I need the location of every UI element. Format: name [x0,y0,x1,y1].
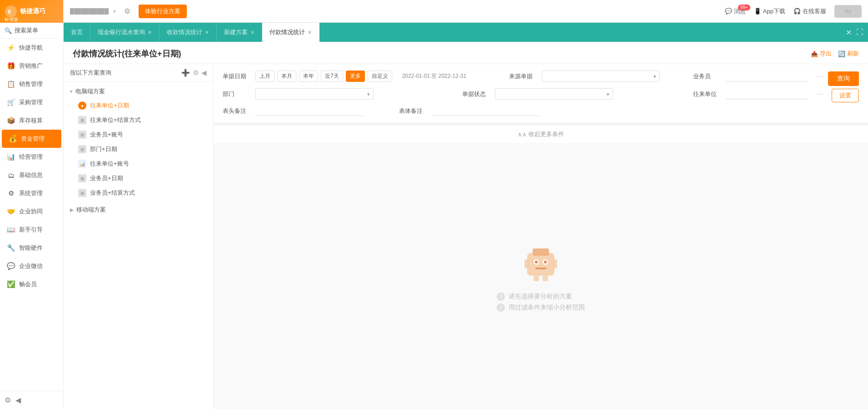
tab-new-plan-close[interactable]: ✕ [250,30,254,35]
sidebar-item-wechat[interactable]: 💬 企业微信 [0,257,63,275]
messages-badge: 99+ [738,5,750,10]
svg-rect-8 [535,268,546,269]
svg-rect-11 [534,276,539,281]
tab-home[interactable]: 首页 [64,23,90,42]
date-btn-last-month[interactable]: 上月 [255,71,274,82]
mobile-group-arrow: ▶ [70,207,74,213]
dept-filter-label: 部门 [223,90,248,98]
tab-expand-icon[interactable]: ⛶ [856,28,863,36]
partner-more-icon[interactable]: ··· [817,89,823,99]
sidebar-item-purchase[interactable]: 🛒 采购管理 [0,93,63,111]
add-plan-icon[interactable]: ➕ [181,69,190,77]
table-body-note-label: 表体备注 [399,107,424,115]
export-label: 导出 [820,50,832,58]
svg-point-6 [535,261,538,263]
app-download-btn[interactable]: 📱 App下载 [754,7,785,15]
sidebar-item-basic[interactable]: 🗂 基础信息 [0,166,63,184]
plan-item-partner-settlement[interactable]: ⊞ 往来单位+结算方式 [64,113,213,127]
logo-icon: 6 [5,5,17,18]
sidebar-item-finance-label: 资金管理 [21,135,45,143]
sidebar-item-operations-label: 经营管理 [19,153,43,161]
svg-rect-9 [524,259,529,268]
sidebar-item-enterprise-label: 企业协同 [19,207,43,216]
refresh-btn[interactable]: 🔄 刷新 [838,50,859,58]
date-btn-7days[interactable]: 近7天 [321,71,343,82]
sidebar-item-sales[interactable]: 📋 销售管理 [0,75,63,93]
page-header-actions: 📤 导出 🔄 刷新 [811,50,859,58]
tab-payment[interactable]: 付款情况统计 ✕ [262,23,319,42]
export-btn[interactable]: 📤 导出 [811,50,832,58]
date-btn-this-month[interactable]: 本月 [277,71,296,82]
plan-staff-account-label: 业务员+账号 [90,131,123,139]
left-panel-title: 按以下方案查询 [70,69,178,77]
settings-gear-icon[interactable]: ⚙ [120,5,134,18]
sidebar-item-operations[interactable]: 📊 经营管理 [0,148,63,166]
plan-table-icon-3: ⊞ [78,145,86,153]
plan-item-staff-date[interactable]: ⊞ 业务员+日期 [64,171,213,186]
sidebar-item-hardware-label: 智能硬件 [19,244,43,252]
tab-receivable-close[interactable]: ✕ [205,30,209,35]
sidebar-item-guide[interactable]: 📖 新手引导 [0,221,63,239]
mobile-group-title[interactable]: ▶ 移动端方案 [64,203,213,217]
sidebar-item-marketing[interactable]: 🎁 营销推广 [0,57,63,75]
partner-filter-label: 往来单位 [693,90,718,98]
sidebar-item-enterprise[interactable]: 🤝 企业协同 [0,202,63,221]
pc-group-title[interactable]: ▾ 电脑端方案 [64,85,213,98]
table-head-note-input[interactable] [255,106,364,116]
empty-step-1-text: 请先选择要分析的方案 [509,293,572,301]
user-avatar[interactable]: Rit [834,5,862,18]
sidebar-item-member[interactable]: ✅ 畅会员 [0,275,63,293]
sidebar-item-inventory[interactable]: 📦 库存核算 [0,111,63,130]
query-btn[interactable]: 查询 [828,71,859,86]
tab-new-plan[interactable]: 新建方案 ✕ [217,23,262,42]
right-content: 1 请先选择要分析的方案 2 用过滤条件来缩小分析范围 [214,143,868,409]
filter-settings-btn[interactable]: 设置 [832,89,859,102]
doc-status-select[interactable] [495,88,613,100]
edit-plan-icon[interactable]: ⚙ [193,69,199,77]
refresh-icon: 🔄 [838,50,845,57]
sidebar-item-marketing-label: 营销推广 [19,62,43,70]
partner-input[interactable] [726,89,808,99]
settings-bottom-icon[interactable]: ⚙ [5,396,11,404]
source-select[interactable] [542,71,660,82]
collapse-panel-icon[interactable]: ◀ [201,69,207,77]
empty-step-2-text: 用过滤条件来缩小分析范围 [509,303,585,312]
filter-row-2: 部门 单据状态 往来单位 [223,88,823,100]
svg-rect-3 [533,248,549,256]
plan-staff-date-label: 业务员+日期 [90,174,123,182]
plan-item-partner-date[interactable]: ● 往来单位+日期 [64,98,213,113]
plan-item-staff-account[interactable]: ⊞ 业务员+账号 [64,127,213,142]
dept-select[interactable] [255,88,374,100]
doc-status-filter-label: 单据状态 [462,90,488,98]
sidebar-item-hardware[interactable]: 🔧 智能硬件 [0,239,63,257]
collapse-bar[interactable]: ∧∧ 收起更多条件 [214,125,868,143]
trial-btn[interactable]: 体验行业方案 [139,5,187,18]
plan-item-staff-settlement[interactable]: ⊞ 业务员+结算方式 [64,186,213,200]
messages-btn[interactable]: 💬 消息 99+ [725,7,746,15]
sales-icon: 📋 [6,80,15,89]
collapse-sidebar-icon[interactable]: ◀ [15,396,21,404]
tab-bank-close[interactable]: ✕ [148,30,152,35]
tab-payment-close[interactable]: ✕ [308,30,312,35]
date-btn-more[interactable]: 更多 [346,71,365,82]
sidebar-item-finance[interactable]: 💰 资金管理 [2,130,61,148]
staff-input[interactable] [726,71,808,81]
search-menu-item[interactable]: 🔍 搜索菜单 [0,23,63,39]
tab-receivable[interactable]: 收款情况统计 ✕ [160,23,217,42]
plan-item-dept-date[interactable]: ⊞ 部门+日期 [64,142,213,157]
sidebar-item-system[interactable]: ⚙ 系统管理 [0,184,63,202]
finance-icon: 💰 [8,134,17,143]
staff-more-icon[interactable]: ··· [817,71,823,81]
sidebar-item-quicknav[interactable]: ⚡ 快捷导航 [0,39,63,57]
date-btn-this-year[interactable]: 本年 [299,71,318,82]
table-body-note-input[interactable] [432,106,541,116]
tabbar: 首页 现金银行流水查询 ✕ 收款情况统计 ✕ 新建方案 ✕ 付款情况统计 ✕ ✕… [64,23,868,42]
svg-point-7 [544,261,547,263]
date-btn-custom[interactable]: 自定义 [368,71,392,82]
plan-item-partner-account[interactable]: 📊 往来单位+账号 [64,157,213,171]
search-icon: 🔍 [5,27,12,34]
tab-close-all-icon[interactable]: ✕ [846,28,852,37]
plan-chart-icon: 📊 [78,160,86,168]
tab-bank[interactable]: 现金银行流水查询 ✕ [90,23,160,42]
online-service-btn[interactable]: 🎧 在线客服 [793,7,826,15]
